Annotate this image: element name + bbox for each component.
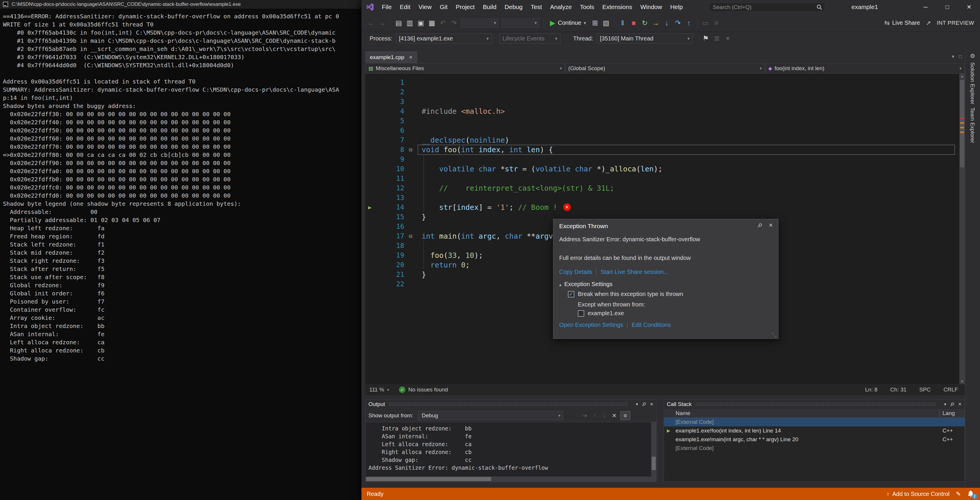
code-line[interactable]: 13 (365, 193, 959, 203)
menu-project[interactable]: Project (452, 0, 479, 14)
add-to-source-control-button[interactable]: ↑ Add to Source Control (886, 491, 950, 497)
space-mode-indicator[interactable]: SPC (919, 387, 931, 393)
close-button[interactable]: ✕ (958, 0, 980, 14)
menu-extensions[interactable]: Extensions (598, 0, 636, 14)
member-dropdown[interactable]: ◆ foo(int index, int len) (765, 63, 965, 73)
restart-icon[interactable]: ↻ (639, 19, 650, 27)
menu-tools[interactable]: Tools (576, 0, 598, 14)
menu-help[interactable]: Help (666, 0, 687, 14)
error-icon[interactable]: ✕ (563, 203, 571, 211)
code-editor[interactable]: 1234#include <malloc.h>567__declspec(noi… (365, 73, 965, 384)
pin-icon[interactable]: ⚲ (640, 401, 648, 408)
line-ending-indicator[interactable]: CRLF (943, 387, 958, 393)
menu-window[interactable]: Window (636, 0, 666, 14)
menu-git[interactable]: Git (436, 0, 452, 14)
menu-edit[interactable]: Edit (396, 0, 414, 14)
column-indicator[interactable]: Ch: 31 (890, 387, 907, 393)
live-share-button[interactable]: ⇆ Live Share (885, 19, 920, 27)
edit-conditions-link[interactable]: Edit Conditions (632, 322, 671, 328)
output-panel-header[interactable]: Output ▾ ⚲ ✕ (366, 399, 656, 409)
step-over-icon[interactable]: ↷ (672, 19, 683, 27)
feedback-pencil-icon[interactable]: ✎ (956, 490, 961, 497)
search-input[interactable] (709, 3, 825, 12)
tab-example1-cpp[interactable]: example1.cpp ✕ (365, 51, 417, 63)
thread-combobox[interactable]: [35160] Main Thread (597, 34, 693, 43)
code-line[interactable]: 11 (365, 174, 959, 183)
menu-analyze[interactable]: Analyze (546, 0, 576, 14)
breakpoints-window-icon[interactable]: ⊞ (589, 19, 600, 27)
scope-dropdown[interactable]: (Global Scope) (565, 63, 765, 73)
continue-button[interactable]: ▶ Continue ▾ (550, 19, 586, 27)
console-output[interactable]: ==4136==ERROR: AddressSanitizer: dynamic… (0, 9, 361, 500)
show-next-statement-icon[interactable]: → (650, 19, 661, 27)
output-source-combobox[interactable]: Debug (418, 411, 563, 420)
output-content[interactable]: Intra object redzone: bb ASan internal: … (366, 422, 656, 477)
code-line[interactable]: 4#include <malloc.h> (365, 107, 959, 116)
start-live-share-link[interactable]: Start Live Share session... (600, 268, 668, 275)
scrollbar-thumb[interactable] (366, 477, 491, 481)
panel-drag-grip[interactable] (388, 403, 628, 406)
save-all-icon[interactable]: ▦ (426, 19, 438, 27)
scrollbar-thumb[interactable] (652, 457, 656, 470)
break-all-icon[interactable]: ‖ (617, 19, 628, 27)
resize-grip-icon[interactable]: ⋱ (771, 331, 776, 338)
code-line[interactable]: 2 (365, 87, 959, 97)
code-line[interactable]: 7__declspec(noinline) (365, 135, 959, 145)
pin-icon[interactable]: ⚲ (756, 222, 764, 229)
maximize-button[interactable]: □ (936, 0, 958, 14)
tab-close-icon[interactable]: ✕ (409, 55, 413, 60)
solution-configurations-combobox[interactable] (461, 18, 499, 28)
copy-details-link[interactable]: Copy Details (559, 268, 592, 275)
menu-view[interactable]: View (414, 0, 436, 14)
line-indicator[interactable]: Ln: 8 (865, 387, 877, 393)
break-exception-checkbox[interactable]: ✓ (568, 291, 574, 297)
code-line[interactable]: 10 volatile char *str = (volatile char *… (365, 164, 959, 174)
output-horizontal-scrollbar[interactable] (366, 476, 656, 482)
scroll-down-icon[interactable]: ▼ (959, 380, 965, 383)
scroll-up-icon[interactable]: ▲ (959, 74, 965, 78)
call-stack-frame[interactable]: [External Code] (664, 444, 964, 452)
code-line[interactable]: 1 (365, 78, 959, 87)
call-stack-frame[interactable]: example1.exe!main(int argc, char * * arg… (664, 435, 964, 444)
title-bar[interactable]: FileEditViewGitProjectBuildDebugTestAnal… (361, 0, 980, 14)
search-icon[interactable] (816, 4, 822, 12)
call-stack-frame[interactable]: ▶example1.exe!foo(int index, int len) Li… (664, 427, 964, 435)
window-position-icon[interactable]: ▾ (636, 402, 638, 407)
save-icon[interactable]: ▣ (415, 19, 426, 27)
output-vertical-scrollbar[interactable] (651, 422, 656, 477)
fold-collapse-icon[interactable]: ⊟ (404, 232, 417, 241)
open-file-icon[interactable]: ▥ (404, 19, 415, 27)
code-line[interactable]: 5 (365, 116, 959, 126)
menu-build[interactable]: Build (479, 0, 501, 14)
zoom-dropdown[interactable]: 111 % ▾ (369, 387, 389, 393)
active-files-dropdown-icon[interactable]: ▾ (952, 54, 955, 60)
code-line[interactable]: 3 (365, 97, 959, 107)
lifecycle-events-combobox[interactable]: Lifecycle Events (499, 34, 560, 43)
console-title-bar[interactable]: C:\MSDN\cpp-docs-pr\docs\c-language\ASAN… (0, 0, 361, 9)
code-line[interactable]: 12 // reinterpret_cast<long>(str) & 31L; (365, 183, 959, 193)
step-out-icon[interactable]: ↑ (683, 19, 694, 27)
send-feedback-icon[interactable]: ↗ (926, 19, 931, 27)
minimize-button[interactable]: ─ (915, 0, 936, 14)
word-wrap-icon[interactable]: ≡ (620, 411, 630, 420)
exception-settings-expander[interactable]: ▴Exception Settings (559, 281, 612, 288)
code-line[interactable]: 6 (365, 126, 959, 135)
new-file-icon[interactable]: ▤ (393, 19, 404, 27)
code-line[interactable]: ▶14 str[index] = '1'; // Boom !✕ (365, 203, 959, 212)
project-dropdown[interactable]: ▤ Miscellaneous Files (365, 63, 565, 73)
code-line[interactable]: 9 (365, 155, 959, 164)
notifications-bell-icon[interactable]: 2 (967, 490, 975, 498)
health-indicator[interactable]: ✓ No issues found (399, 387, 448, 393)
stop-debugging-icon[interactable]: ■ (628, 19, 639, 27)
flag-icon[interactable]: ⚑ (700, 34, 711, 43)
menu-test[interactable]: Test (527, 0, 546, 14)
menu-file[interactable]: File (378, 0, 396, 14)
side-tab-team-explorer[interactable]: Team Explorer (969, 107, 976, 143)
solution-platforms-combobox[interactable] (502, 18, 539, 28)
menu-debug[interactable]: Debug (501, 0, 527, 14)
fold-collapse-icon[interactable]: ⊟ (404, 145, 417, 155)
open-exception-settings-link[interactable]: Open Exception Settings (559, 322, 623, 328)
process-combobox[interactable]: [4136] example1.exe (396, 34, 492, 43)
editor-vertical-scrollbar[interactable]: ▲ ▼ (959, 73, 965, 384)
module-exclude-checkbox[interactable] (578, 310, 584, 317)
